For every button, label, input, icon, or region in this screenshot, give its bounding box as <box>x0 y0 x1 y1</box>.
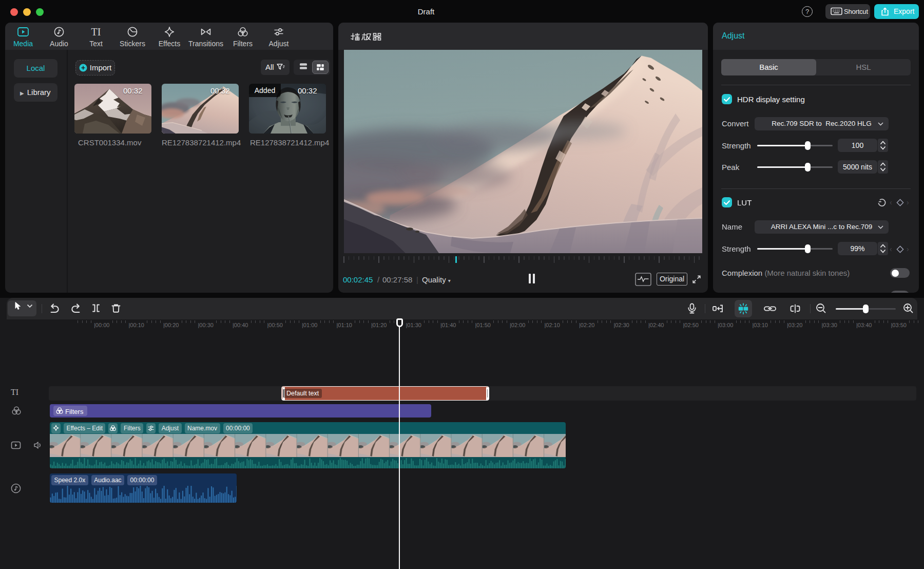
svg-text:TI: TI <box>91 27 101 37</box>
